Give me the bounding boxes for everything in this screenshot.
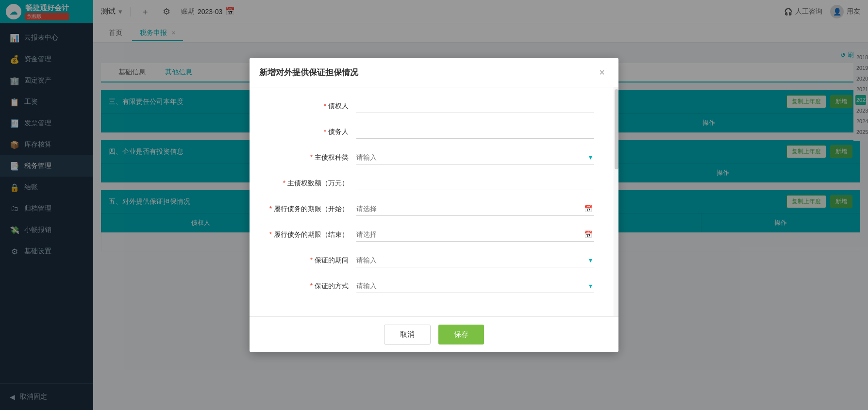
calendar-end-icon[interactable]: 📅: [582, 230, 594, 238]
modal-footer: 取消 保存: [250, 316, 618, 352]
input-debtor[interactable]: [356, 125, 594, 139]
form-row-claim-type: * 主债权种类 ▾: [269, 150, 594, 164]
required-marker-6: *: [269, 230, 272, 238]
required-marker-7: *: [310, 256, 313, 264]
cancel-button[interactable]: 取消: [384, 325, 431, 344]
claim-type-chevron-icon[interactable]: ▾: [587, 153, 594, 161]
form-label-period-end: * 履行债务的期限（结束）: [269, 230, 356, 239]
form-row-creditor: * 债权人: [269, 99, 594, 113]
date-period-start-wrap: 📅: [356, 202, 594, 216]
form-row-debtor: * 债务人: [269, 125, 594, 139]
modal-header: 新增对外提供保证担保情况 ×: [250, 58, 618, 87]
modal-overlay: 新增对外提供保证担保情况 × * 债权人 * 债务人: [0, 0, 868, 410]
modal-close-button[interactable]: ×: [595, 66, 609, 79]
modal-body: * 债权人 * 债务人 * 主债权种类: [250, 87, 614, 316]
select-guarantee-period-wrap: ▾: [356, 253, 594, 267]
modal-scrollbar[interactable]: [614, 87, 618, 316]
form-row-claim-amount: * 主债权数额（万元）: [269, 176, 594, 190]
modal: 新增对外提供保证担保情况 × * 债权人 * 债务人: [250, 58, 618, 352]
input-period-start[interactable]: [356, 202, 582, 215]
guarantee-method-chevron-icon[interactable]: ▾: [587, 282, 594, 290]
guarantee-period-chevron-icon[interactable]: ▾: [587, 256, 594, 264]
required-marker-2: *: [324, 128, 326, 135]
form-label-guarantee-method: * 保证的方式: [269, 282, 356, 291]
input-period-end[interactable]: [356, 228, 582, 241]
form-row-guarantee-method: * 保证的方式 ▾: [269, 279, 594, 293]
input-claim-type[interactable]: [356, 150, 587, 164]
input-claim-amount[interactable]: [356, 176, 594, 190]
input-guarantee-method[interactable]: [356, 279, 587, 293]
save-button[interactable]: 保存: [438, 325, 484, 344]
required-marker-3: *: [310, 153, 313, 161]
form-row-period-start: * 履行债务的期限（开始） 📅: [269, 202, 594, 216]
required-marker-4: *: [283, 179, 285, 187]
form-row-period-end: * 履行债务的期限（结束） 📅: [269, 228, 594, 242]
select-guarantee-method-wrap: ▾: [356, 279, 594, 293]
modal-scrollbar-thumb: [615, 89, 618, 169]
select-claim-type-wrap: ▾: [356, 150, 594, 164]
form-label-debtor: * 债务人: [269, 128, 356, 136]
input-creditor[interactable]: [356, 99, 594, 113]
required-marker-8: *: [310, 282, 313, 290]
input-guarantee-period[interactable]: [356, 253, 587, 267]
required-marker: *: [324, 102, 326, 110]
form-label-guarantee-period: * 保证的期间: [269, 256, 356, 265]
form-label-claim-amount: * 主债权数额（万元）: [269, 179, 356, 188]
form-label-claim-type: * 主债权种类: [269, 153, 356, 162]
modal-title: 新增对外提供保证担保情况: [259, 67, 358, 78]
form-label-period-start: * 履行债务的期限（开始）: [269, 205, 356, 213]
form-row-guarantee-period: * 保证的期间 ▾: [269, 253, 594, 267]
required-marker-5: *: [269, 205, 272, 213]
form-label-creditor: * 债权人: [269, 102, 356, 111]
date-period-end-wrap: 📅: [356, 228, 594, 242]
calendar-start-icon[interactable]: 📅: [582, 205, 594, 213]
